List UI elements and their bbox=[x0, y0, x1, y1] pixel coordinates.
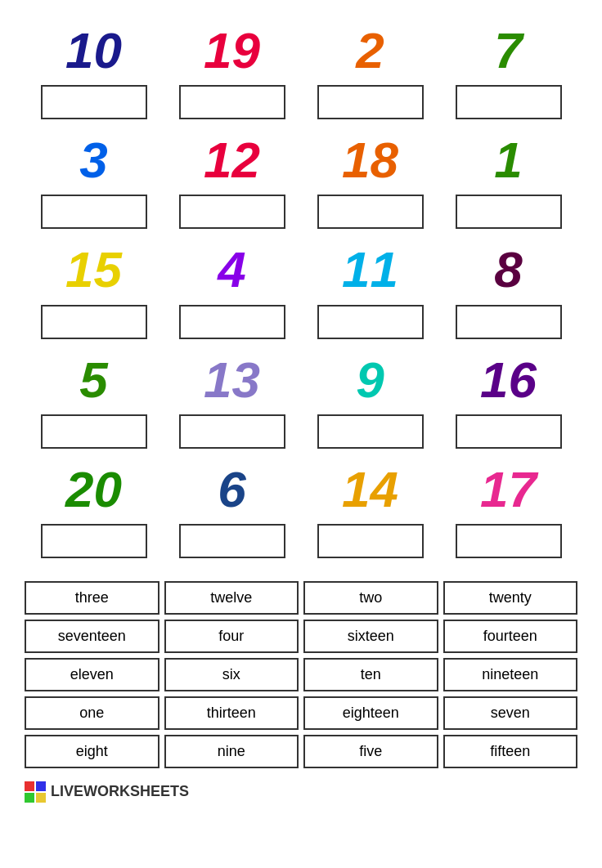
answer-input-20[interactable] bbox=[41, 524, 147, 558]
word-box-thirteen[interactable]: thirteen bbox=[164, 696, 299, 730]
number-cell-20: 20 bbox=[25, 455, 163, 565]
number-display-10: 10 bbox=[65, 23, 122, 78]
number-display-2: 2 bbox=[356, 23, 384, 78]
answer-input-4[interactable] bbox=[179, 305, 285, 339]
answer-input-8[interactable] bbox=[456, 305, 562, 339]
number-display-7: 7 bbox=[494, 23, 522, 78]
word-box-seventeen[interactable]: seventeen bbox=[25, 620, 159, 653]
word-box-seven[interactable]: seven bbox=[443, 696, 578, 730]
word-box-twenty[interactable]: twenty bbox=[443, 581, 578, 615]
answer-input-9[interactable] bbox=[317, 414, 424, 449]
number-cell-11: 11 bbox=[301, 235, 439, 345]
words-grid: threetwelvetwotwentyseventeenfoursixteen… bbox=[25, 581, 577, 768]
number-cell-5: 5 bbox=[25, 346, 163, 455]
answer-input-6[interactable] bbox=[179, 524, 285, 558]
answer-input-5[interactable] bbox=[41, 414, 147, 449]
number-cell-14: 14 bbox=[301, 455, 439, 565]
answer-input-7[interactable] bbox=[456, 85, 562, 119]
word-box-fifteen[interactable]: fifteen bbox=[443, 735, 578, 768]
number-display-18: 18 bbox=[342, 132, 398, 188]
number-display-3: 3 bbox=[79, 132, 107, 188]
answer-input-15[interactable] bbox=[41, 305, 147, 339]
word-box-twelve[interactable]: twelve bbox=[164, 581, 299, 615]
number-display-17: 17 bbox=[480, 462, 537, 517]
number-cell-13: 13 bbox=[163, 346, 301, 455]
word-box-eleven[interactable]: eleven bbox=[25, 658, 159, 691]
answer-input-1[interactable] bbox=[456, 195, 562, 229]
word-box-two[interactable]: two bbox=[303, 581, 438, 615]
number-cell-2: 2 bbox=[301, 16, 439, 126]
answer-input-17[interactable] bbox=[456, 524, 562, 558]
number-cell-12: 12 bbox=[163, 126, 301, 235]
number-display-13: 13 bbox=[204, 352, 260, 408]
answer-input-11[interactable] bbox=[317, 305, 424, 339]
word-box-eight[interactable]: eight bbox=[25, 735, 159, 768]
number-display-16: 16 bbox=[480, 352, 537, 408]
number-display-12: 12 bbox=[204, 132, 260, 188]
word-box-nine[interactable]: nine bbox=[164, 735, 299, 768]
answer-input-2[interactable] bbox=[317, 85, 424, 119]
word-box-eighteen[interactable]: eighteen bbox=[303, 696, 438, 730]
word-box-three[interactable]: three bbox=[25, 581, 159, 615]
number-cell-18: 18 bbox=[301, 126, 439, 235]
number-display-6: 6 bbox=[218, 462, 245, 517]
logo: LIVEWORKSHEETS bbox=[25, 781, 189, 803]
number-cell-15: 15 bbox=[25, 235, 163, 345]
number-display-5: 5 bbox=[79, 352, 107, 408]
answer-input-3[interactable] bbox=[41, 195, 147, 229]
number-display-19: 19 bbox=[204, 23, 260, 78]
number-cell-3: 3 bbox=[25, 126, 163, 235]
number-cell-7: 7 bbox=[439, 16, 577, 126]
number-display-8: 8 bbox=[494, 242, 522, 298]
number-cell-8: 8 bbox=[439, 235, 577, 345]
word-box-four[interactable]: four bbox=[164, 620, 299, 653]
number-cell-9: 9 bbox=[301, 346, 439, 455]
number-cell-17: 17 bbox=[439, 455, 577, 565]
number-display-15: 15 bbox=[65, 242, 122, 298]
number-cell-4: 4 bbox=[163, 235, 301, 345]
numbers-grid: 1019273121811541185139162061417 bbox=[25, 16, 577, 565]
word-box-five[interactable]: five bbox=[303, 735, 438, 768]
answer-input-12[interactable] bbox=[179, 195, 285, 229]
number-display-20: 20 bbox=[65, 462, 122, 517]
answer-input-16[interactable] bbox=[456, 414, 562, 449]
word-box-six[interactable]: six bbox=[164, 658, 299, 691]
answer-input-14[interactable] bbox=[317, 524, 424, 558]
number-cell-16: 16 bbox=[439, 346, 577, 455]
answer-input-18[interactable] bbox=[317, 195, 424, 229]
answer-input-19[interactable] bbox=[179, 85, 285, 119]
word-box-fourteen[interactable]: fourteen bbox=[443, 620, 578, 653]
number-display-4: 4 bbox=[218, 242, 245, 298]
number-display-11: 11 bbox=[342, 242, 398, 298]
number-display-9: 9 bbox=[356, 352, 384, 408]
number-cell-6: 6 bbox=[163, 455, 301, 565]
word-box-ten[interactable]: ten bbox=[303, 658, 438, 691]
number-display-1: 1 bbox=[494, 132, 522, 188]
number-cell-1: 1 bbox=[439, 126, 577, 235]
footer-text: LIVEWORKSHEETS bbox=[51, 783, 189, 800]
footer: LIVEWORKSHEETS bbox=[25, 781, 577, 803]
number-display-14: 14 bbox=[342, 462, 398, 517]
number-cell-19: 19 bbox=[163, 16, 301, 126]
number-cell-10: 10 bbox=[25, 16, 163, 126]
word-box-sixteen[interactable]: sixteen bbox=[303, 620, 438, 653]
word-box-one[interactable]: one bbox=[25, 696, 159, 730]
answer-input-10[interactable] bbox=[41, 85, 147, 119]
answer-input-13[interactable] bbox=[179, 414, 285, 449]
word-box-nineteen[interactable]: nineteen bbox=[443, 658, 578, 691]
